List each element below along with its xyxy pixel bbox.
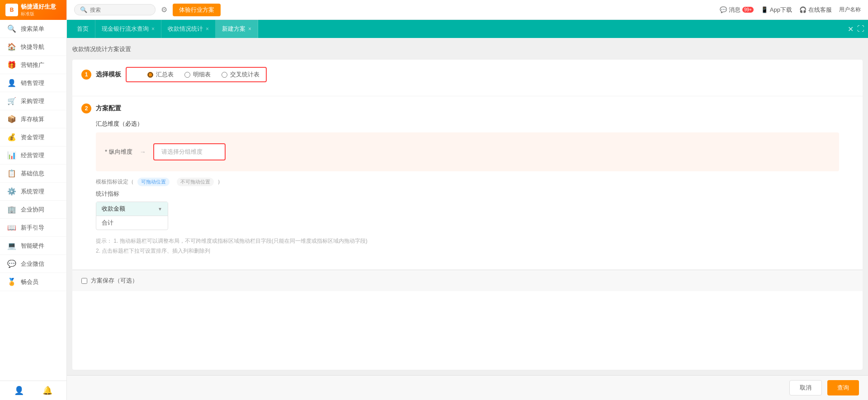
query-button[interactable]: 查询 — [827, 380, 859, 395]
template-option-cross[interactable]: 交叉统计表 — [222, 71, 259, 79]
sidebar-item-quick-nav[interactable]: 🏠快捷导航 — [0, 38, 66, 56]
search-input[interactable] — [90, 7, 144, 13]
tab-home[interactable]: 首页 — [71, 20, 95, 38]
arrow-icon: → — [140, 148, 146, 155]
operation-label: 经营管理 — [21, 151, 44, 160]
sidebar-item-system[interactable]: ⚙️系统管理 — [0, 183, 66, 201]
radio-detail[interactable] — [184, 72, 190, 78]
metrics-header-text: 收款金额 — [102, 205, 125, 213]
sidebar-item-member[interactable]: 🏅畅会员 — [0, 273, 66, 291]
search-menu-label: 搜索菜单 — [21, 25, 44, 33]
sidebar-logo: B 畅捷通好生意 标准版 — [0, 0, 66, 20]
sidebar-item-marketing[interactable]: 🎁营销推广 — [0, 56, 66, 74]
sidebar-item-hardware[interactable]: 💻智能硬件 — [0, 237, 66, 255]
maximize-icon[interactable]: ⛶ — [857, 25, 864, 33]
tabs-end: ✕ ⛶ — [848, 25, 864, 33]
metrics-grid-container: 统计指标 收款金额 ▼ 合计 — [96, 190, 839, 230]
tab-cash-bank[interactable]: 现金银行流水查询× — [95, 20, 161, 38]
sidebar-item-search-menu[interactable]: 🔍搜索菜单 — [0, 20, 66, 38]
close-all-icon[interactable]: ✕ — [848, 25, 854, 33]
message-icon: 💬 — [720, 6, 727, 13]
template-option-summary[interactable]: 汇总表 — [147, 71, 174, 79]
section-config: 2 方案配置 汇总维度（必选） * 纵向维度 → 请选择分组维度 模板指标设定（ — [72, 96, 863, 270]
logo-tag: 标准版 — [21, 11, 56, 17]
sidebar-bottom-icon2[interactable]: 🔔 — [42, 386, 52, 395]
hardware-icon: 💻 — [7, 241, 16, 250]
message-badge: 99+ — [742, 7, 754, 13]
quick-nav-icon: 🏠 — [7, 42, 16, 51]
header-search-box[interactable]: 🔍 — [74, 4, 156, 15]
service-label: 在线客服 — [808, 6, 832, 14]
schema-save-checkbox[interactable] — [81, 278, 87, 284]
quick-nav-label: 快捷导航 — [21, 43, 44, 51]
app-label: App下载 — [770, 6, 792, 14]
guide-icon: 📖 — [7, 223, 16, 232]
footer: 取消 查询 — [67, 375, 868, 400]
metrics-grid: 收款金额 ▼ 合计 — [96, 202, 168, 230]
tab-receipt-stat[interactable]: 收款情况统计× — [161, 20, 216, 38]
sidebar-item-operation[interactable]: 📊经营管理 — [0, 146, 66, 165]
main-area: 🔍 ⚙ 体验行业方案 💬 消息 99+ 📱 App下载 🎧 在线客服 用户名称 — [67, 0, 868, 400]
member-icon: 🏅 — [7, 278, 16, 286]
section2-header: 2 方案配置 — [81, 104, 854, 113]
radio-cross[interactable] — [222, 72, 227, 78]
dimension-section-label: 汇总维度（必选） — [96, 120, 854, 128]
dimension-area: * 纵向维度 → 请选择分组维度 — [96, 132, 839, 171]
trial-button[interactable]: 体验行业方案 — [173, 4, 221, 16]
guide-label: 新手引导 — [21, 224, 44, 232]
schema-save-label: 方案保存（可选） — [91, 277, 138, 285]
template-options-box: 汇总表 明细表 交叉统计表 — [126, 67, 267, 82]
message-button[interactable]: 💬 消息 99+ — [720, 6, 754, 14]
sidebar-item-finance[interactable]: 💰资金管理 — [0, 128, 66, 146]
sidebar-item-inventory[interactable]: 📦库存核算 — [0, 110, 66, 128]
radio-summary[interactable] — [147, 72, 153, 78]
sidebar-item-sales[interactable]: 👤销售管理 — [0, 74, 66, 92]
finance-icon: 💰 — [7, 133, 16, 141]
enterprise-label: 企业协同 — [21, 206, 44, 214]
chevron-down-icon[interactable]: ▼ — [158, 207, 162, 212]
tip-1: 提示： 1. 拖动标题栏可以调整布局，不可跨维度或指标区域拖动栏目字段(只能在同… — [96, 236, 839, 246]
tab-new-plan-label: 新建方案 — [222, 25, 245, 33]
sidebar-item-enterprise[interactable]: 🏢企业协同 — [0, 201, 66, 219]
tabs-bar: 首页现金银行流水查询×收款情况统计×新建方案× ✕ ⛶ — [67, 20, 868, 38]
sales-icon: 👤 — [7, 79, 16, 87]
template-options: 汇总表 明细表 交叉统计表 — [147, 71, 259, 79]
sidebar-bottom-icon1[interactable]: 👤 — [14, 386, 24, 395]
section2-num: 2 — [81, 104, 91, 113]
sidebar-item-basic[interactable]: 📋基础信息 — [0, 165, 66, 183]
service-button[interactable]: 🎧 在线客服 — [799, 6, 832, 14]
gear-icon[interactable]: ⚙ — [161, 5, 167, 14]
enterprise-icon: 🏢 — [7, 205, 16, 214]
stats-label: 统计指标 — [96, 190, 168, 198]
purchase-label: 采购管理 — [21, 97, 44, 105]
template-option-detail[interactable]: 明细表 — [184, 71, 211, 79]
vertical-dimension-label: * 纵向维度 — [105, 148, 132, 156]
tab-receipt-stat-close[interactable]: × — [206, 26, 209, 32]
tab-new-plan[interactable]: 新建方案× — [216, 20, 258, 38]
section1-num: 1 — [81, 70, 91, 80]
tab-cash-bank-close[interactable]: × — [151, 26, 155, 32]
cancel-button[interactable]: 取消 — [789, 380, 822, 395]
wechat-icon: 💬 — [7, 259, 16, 268]
sales-label: 销售管理 — [21, 79, 44, 87]
template-detail-label: 明细表 — [193, 71, 211, 79]
app-download-button[interactable]: 📱 App下载 — [761, 6, 792, 14]
tips-section: 提示： 1. 拖动标题栏可以调整布局，不可跨维度或指标区域拖动栏目字段(只能在同… — [96, 236, 839, 256]
dimension-select[interactable]: 请选择分组维度 — [153, 143, 226, 160]
marketing-label: 营销推广 — [21, 61, 44, 69]
service-icon: 🎧 — [799, 6, 807, 13]
draggable-badge: 可拖动位置 — [137, 178, 170, 186]
tab-new-plan-close[interactable]: × — [248, 26, 251, 32]
user-info[interactable]: 用户名称 — [839, 6, 861, 14]
template-summary-label: 汇总表 — [156, 71, 174, 79]
sidebar-item-guide[interactable]: 📖新手引导 — [0, 219, 66, 237]
metrics-grid-header[interactable]: 收款金额 ▼ — [96, 202, 168, 216]
tab-receipt-stat-label: 收款情况统计 — [168, 25, 203, 33]
sidebar-item-purchase[interactable]: 🛒采购管理 — [0, 92, 66, 110]
sidebar: B 畅捷通好生意 标准版 🔍搜索菜单🏠快捷导航🎁营销推广👤销售管理🛒采购管理📦库… — [0, 0, 67, 400]
tip-2: 2. 点击标题栏下拉可设置排序、插入列和删除列 — [96, 246, 839, 256]
inventory-icon: 📦 — [7, 115, 16, 123]
member-label: 畅会员 — [21, 278, 38, 286]
tab-home-label: 首页 — [77, 25, 89, 33]
sidebar-item-wechat[interactable]: 💬企业微信 — [0, 255, 66, 273]
